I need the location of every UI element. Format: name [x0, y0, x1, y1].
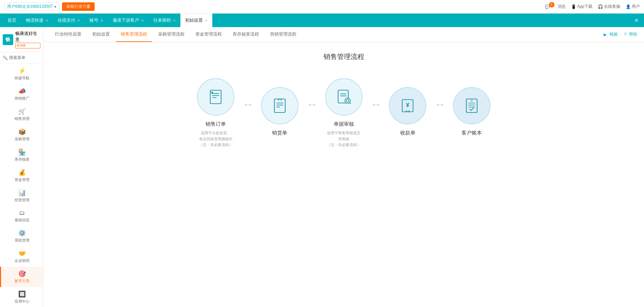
finance-icon: 💰: [18, 169, 26, 176]
sidebar-item-operation[interactable]: 📊 经营管理: [0, 186, 43, 206]
collab-icon: 🤝: [18, 250, 26, 257]
nav-tab-history-close[interactable]: ✕: [173, 19, 176, 22]
flow-circle-receipt: ¥: [389, 87, 426, 124]
user-avatar[interactable]: 👤 用户: [626, 4, 640, 9]
nav-tab-invite-label: 邀请下游客户: [113, 17, 139, 23]
nav-tab-account-label: 账号: [90, 17, 98, 23]
subtab-purchase-flow[interactable]: 采购管理流程: [153, 27, 189, 42]
app-download-button[interactable]: 📱 App下载: [571, 4, 592, 9]
nav-tab-home[interactable]: 首页: [3, 14, 21, 27]
flow-step-account-book[interactable]: ¥ 客户账本: [445, 87, 499, 139]
flow-step-receipt[interactable]: ¥ 收款单: [380, 87, 435, 139]
nav-tab-invite[interactable]: 邀请下游客户 ✕: [108, 14, 149, 27]
subtab-inventory-flow-label: 库存核算流程: [233, 31, 259, 37]
subtab-industry[interactable]: 行业特性设置: [50, 27, 86, 42]
sidebar-item-quick[interactable]: ⚡ 快捷导航: [0, 64, 43, 84]
nav-tab-logistics[interactable]: 物流快递 ✕: [21, 14, 53, 27]
sidebar: 畅 畅康道好生意 标准版 🔍 搜索菜单 ⚡ 快捷导航 📣 营销推广 🛒 销售管理…: [0, 27, 43, 307]
logo-text-container: 畅康道好生意 标准版: [15, 30, 40, 48]
nav-tab-history[interactable]: 往来期初 ✕: [149, 14, 180, 27]
nav-tab-payment[interactable]: 在线支付 ✕: [53, 14, 85, 27]
flow-desc-sales-order: 适用于分批发货、有合同发货周期较长（注：非必要流程）: [199, 130, 233, 148]
page-title: 销售管理流程: [324, 52, 364, 61]
flow-desc-audit: 适用于财务审核或主管审核（注：非必要流程）: [327, 130, 360, 148]
purchase-icon: 📦: [18, 128, 26, 136]
video-label[interactable]: 视频: [609, 32, 618, 37]
search-label: 搜索菜单: [9, 55, 25, 61]
svg-line-14: [349, 102, 351, 104]
subtab-inventory-flow[interactable]: 库存核算流程: [228, 27, 264, 42]
content-area: 行业特性设置 初始设置 销售管理流程 采购管理流程 资金管理流程 库存核算流程 …: [43, 27, 644, 307]
guide-icon: 🎯: [18, 270, 26, 278]
help-icon: ?: [624, 32, 626, 37]
inventory-label: 库存核算: [15, 157, 30, 162]
service-button[interactable]: 🎧 在线客服: [598, 4, 620, 9]
sidebar-item-guide[interactable]: 🎯 新手引导: [0, 267, 43, 287]
sidebar-search[interactable]: 🔍 搜索菜单: [0, 52, 43, 64]
nav-tab-history-label: 往来期初: [153, 17, 171, 23]
flow-step-sales-order[interactable]: 销售订单 适用于分批发货、有合同发货周期较长（注：非必要流程）: [189, 78, 243, 148]
flow-arrow-1: ···→: [244, 101, 251, 125]
flow-circle-audit: [325, 78, 363, 116]
flow-step-invoice[interactable]: 销货单: [253, 87, 307, 139]
headset-icon: 🎧: [598, 4, 603, 9]
nav-tab-init[interactable]: 初始设置 ✕: [180, 14, 212, 27]
logo-text: 畅康道好生意: [15, 30, 40, 43]
purchase-label: 采购管理: [15, 137, 30, 142]
flow-name-sales-order: 销售订单: [206, 121, 226, 127]
user-select[interactable]: 用户690企业1660120507 ▾: [4, 2, 59, 11]
subtab-marketing-flow[interactable]: 营销管理流程: [265, 27, 301, 42]
sidebar-item-sales[interactable]: 🛒 销售管理: [0, 104, 43, 125]
subtab-purchase-flow-label: 采购管理流程: [158, 31, 184, 37]
nav-tab-account[interactable]: 账号 ✕: [85, 14, 108, 27]
user-label: 用户690企业1660120507: [7, 4, 53, 9]
sidebar-item-appstore[interactable]: 🔲 应用中心: [0, 287, 43, 307]
subtab-finance-flow-label: 资金管理流程: [195, 31, 222, 37]
inventory-icon: 🏪: [18, 148, 26, 156]
subtab-init[interactable]: 初始设置: [87, 27, 115, 42]
nav-tab-payment-close[interactable]: ✕: [77, 19, 80, 22]
sidebar-item-purchase[interactable]: 📦 采购管理: [0, 125, 43, 145]
flow-name-invoice: 销货单: [272, 130, 287, 136]
quick-icon: ⚡: [18, 67, 26, 75]
message-badge: 6: [549, 2, 554, 7]
flow-diagram: 销售订单 适用于分批发货、有合同发货周期较长（注：非必要流程） ···→: [50, 78, 637, 148]
sales-label: 销售管理: [15, 116, 30, 121]
nav-tab-logistics-close[interactable]: ✕: [45, 19, 48, 22]
trial-button[interactable]: 体验行业方案: [62, 2, 95, 11]
nav-tab-invite-close[interactable]: ✕: [141, 19, 144, 22]
sidebar-item-finance[interactable]: 💰 资金管理: [0, 165, 43, 186]
nav-close-all[interactable]: ✕: [632, 18, 641, 23]
search-icon: 🔍: [3, 56, 8, 60]
message-button[interactable]: 💬 6 消息: [545, 4, 566, 9]
video-icon: ▶: [604, 32, 607, 37]
flow-arrow-4: ···→: [436, 101, 443, 125]
nav-tab-init-close[interactable]: ✕: [205, 19, 208, 22]
subtab-sales-flow[interactable]: 销售管理流程: [116, 27, 152, 42]
appstore-icon: 🔲: [18, 290, 26, 298]
sidebar-item-marketing[interactable]: 📣 营销推广: [0, 84, 43, 104]
guide-label: 新手引导: [15, 279, 30, 284]
nav-tab-account-close[interactable]: ✕: [100, 19, 103, 22]
nav-tab-init-label: 初始设置: [185, 17, 203, 23]
help-label[interactable]: 帮助: [629, 32, 637, 37]
flow-circle-invoice: [261, 87, 298, 124]
helper-sep: |: [620, 32, 621, 37]
subtab-finance-flow[interactable]: 资金管理流程: [191, 27, 227, 42]
sidebar-item-collab[interactable]: 🤝 企业协同: [0, 246, 43, 267]
sidebar-item-basic[interactable]: 🗂 基础信息: [0, 206, 43, 226]
topbar: 用户690企业1660120507 ▾ 体验行业方案 💬 6 消息 📱 App下…: [0, 0, 644, 14]
sidebar-logo: 畅 畅康道好生意 标准版: [0, 27, 43, 52]
sidebar-item-system[interactable]: ⚙️ 系统管理: [0, 226, 43, 246]
receipt-icon: ¥: [399, 97, 416, 115]
nav-tab-payment-label: 在线支付: [58, 17, 75, 23]
app-icon: 📱: [571, 4, 576, 9]
operation-label: 经营管理: [15, 198, 30, 203]
app-label: App下载: [577, 4, 592, 9]
account-book-icon: ¥: [463, 97, 481, 115]
operation-icon: 📊: [18, 189, 26, 197]
collab-label: 企业协同: [15, 258, 30, 263]
svg-rect-4: [211, 91, 213, 94]
sidebar-item-inventory[interactable]: 🏪 库存核算: [0, 145, 43, 165]
flow-step-audit[interactable]: 单据审核 适用于财务审核或主管审核（注：非必要流程）: [317, 78, 371, 148]
